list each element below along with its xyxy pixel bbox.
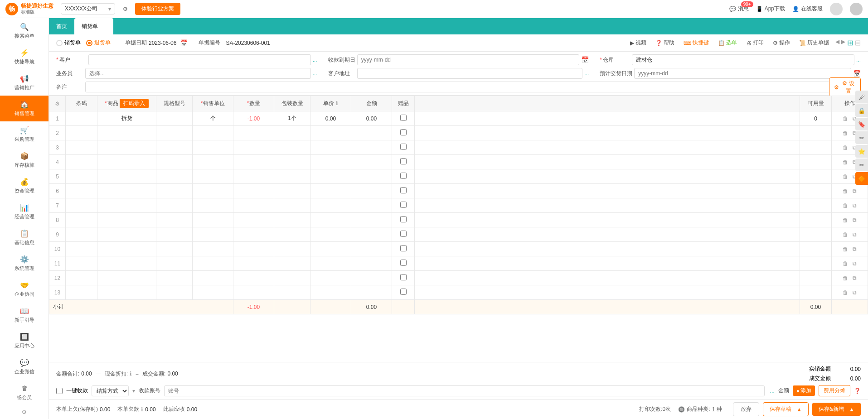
row-unit-1[interactable] xyxy=(193,126,233,140)
grid-view-icon[interactable]: ⊞ xyxy=(847,39,853,47)
right-float-btn-0[interactable]: 🖊 xyxy=(855,91,868,103)
row-barcode-2[interactable] xyxy=(66,140,97,155)
delete-icon-11[interactable]: 🗑 xyxy=(843,275,848,281)
save-draft-arrow[interactable]: ▲ xyxy=(793,406,802,413)
row-product-8[interactable] xyxy=(97,227,156,242)
trial-button[interactable]: 体验行业方案 xyxy=(135,3,180,15)
row-spec-9[interactable] xyxy=(156,242,193,256)
row-amount-1[interactable] xyxy=(351,126,392,140)
message-button[interactable]: 💬 消息 99+ xyxy=(729,5,749,13)
row-product-10[interactable] xyxy=(97,256,156,271)
delete-icon-10[interactable]: 🗑 xyxy=(843,260,848,267)
row-pack-qty-6[interactable] xyxy=(274,198,310,213)
gift-checkbox-6[interactable] xyxy=(400,202,407,208)
row-gift-12[interactable] xyxy=(392,285,415,300)
copy-icon-6[interactable]: ⧉ xyxy=(853,202,857,209)
gift-checkbox-9[interactable] xyxy=(400,245,407,251)
row-product-0[interactable]: 拆货 xyxy=(97,111,156,126)
row-qty-11[interactable] xyxy=(233,271,274,285)
company-selector[interactable]: XXXXXX公司 ▾ xyxy=(61,3,115,14)
row-pack-qty-9[interactable] xyxy=(274,242,310,256)
row-qty-0[interactable]: -1.00 xyxy=(233,111,274,126)
row-qty-8[interactable] xyxy=(233,227,274,242)
product-kind[interactable]: 🔘 商品种类: 1 种 xyxy=(678,405,722,413)
toolbar-help[interactable]: ❓ 帮助 xyxy=(653,38,677,48)
toolbar-shortcut[interactable]: ⌨ 快捷键 xyxy=(681,38,712,48)
radio-return[interactable]: 退货单 xyxy=(86,39,111,47)
delete-icon-0[interactable]: 🗑 xyxy=(843,116,848,122)
barcode-input-4[interactable] xyxy=(69,173,93,180)
radio-sales[interactable]: 销货单 xyxy=(56,39,81,47)
row-unit-price-5[interactable] xyxy=(310,184,351,198)
right-float-btn-5[interactable]: ✏ xyxy=(855,159,868,171)
gift-checkbox-10[interactable] xyxy=(400,260,407,266)
row-unit-9[interactable] xyxy=(193,242,233,256)
tab-home[interactable]: 首页 xyxy=(49,18,74,34)
row-barcode-12[interactable] xyxy=(66,285,97,300)
gift-checkbox-1[interactable] xyxy=(400,129,407,135)
sidebar-item-quick-nav[interactable]: ⚡ 快捷导航 xyxy=(0,44,48,70)
customer-dots[interactable]: ... xyxy=(313,57,317,63)
row-qty-10[interactable] xyxy=(233,256,274,271)
row-amount-11[interactable] xyxy=(351,271,392,285)
sidebar-item-member[interactable]: ♛ 畅会员 xyxy=(0,380,48,405)
sidebar-item-marketing[interactable]: 📢 营销推广 xyxy=(0,70,48,96)
close-tab-icon[interactable]: ✕ xyxy=(102,23,106,29)
delete-icon-5[interactable]: 🗑 xyxy=(843,188,848,194)
delete-icon-7[interactable]: 🗑 xyxy=(843,217,848,223)
delete-icon-2[interactable]: 🗑 xyxy=(843,144,848,151)
copy-icon-9[interactable]: ⧉ xyxy=(853,246,857,252)
sidebar-item-finance[interactable]: 💰 资金管理 xyxy=(0,173,48,199)
row-qty-3[interactable] xyxy=(233,155,274,169)
row-qty-7[interactable] xyxy=(233,213,274,227)
remarks-input[interactable] xyxy=(85,82,861,92)
row-unit-8[interactable] xyxy=(193,227,233,242)
barcode-input-12[interactable] xyxy=(69,289,93,296)
row-spec-5[interactable] xyxy=(156,184,193,198)
tab-sales-order[interactable]: 销货单 ✕ xyxy=(74,18,113,34)
copy-icon-11[interactable]: ⧉ xyxy=(853,275,857,281)
list-detail-view-icon[interactable]: ⊟ xyxy=(855,39,861,47)
row-gift-10[interactable] xyxy=(392,256,415,271)
row-pack-qty-1[interactable] xyxy=(274,126,310,140)
warehouse-dots[interactable]: ... xyxy=(856,57,861,63)
gift-checkbox-4[interactable] xyxy=(400,173,407,179)
row-amount-9[interactable] xyxy=(351,242,392,256)
row-spec-2[interactable] xyxy=(156,140,193,155)
row-amount-5[interactable] xyxy=(351,184,392,198)
row-product-4[interactable] xyxy=(97,169,156,184)
sidebar-item-inventory[interactable]: 📦 库存核算 xyxy=(0,147,48,173)
row-unit-11[interactable] xyxy=(193,271,233,285)
gift-checkbox-5[interactable] xyxy=(400,187,407,193)
customer-input[interactable] xyxy=(88,54,311,65)
barcode-input-5[interactable] xyxy=(69,188,93,194)
delete-icon-9[interactable]: 🗑 xyxy=(843,246,848,252)
delete-icon-4[interactable]: 🗑 xyxy=(843,173,848,180)
row-unit-2[interactable] xyxy=(193,140,233,155)
row-unit-4[interactable] xyxy=(193,169,233,184)
unit-price-info-icon[interactable]: ℹ xyxy=(336,100,338,106)
delete-icon-1[interactable]: 🗑 xyxy=(843,130,848,136)
copy-icon-8[interactable]: ⧉ xyxy=(853,231,857,238)
row-gift-11[interactable] xyxy=(392,271,415,285)
debt-info-icon[interactable]: ℹ xyxy=(141,406,143,413)
row-pack-qty-12[interactable] xyxy=(274,285,310,300)
row-product-5[interactable] xyxy=(97,184,156,198)
gift-checkbox-0[interactable] xyxy=(400,115,407,121)
row-qty-12[interactable] xyxy=(233,285,274,300)
barcode-input-1[interactable] xyxy=(69,130,93,136)
sidebar-item-system[interactable]: ⚙️ 系统管理 xyxy=(0,250,48,276)
row-spec-12[interactable] xyxy=(156,285,193,300)
row-gift-7[interactable] xyxy=(392,213,415,227)
save-new-arrow[interactable]: ▲ xyxy=(846,406,854,413)
scan-button[interactable]: 扫码录入 xyxy=(120,99,149,108)
row-pack-qty-11[interactable] xyxy=(274,271,310,285)
add-button[interactable]: ● 添加 xyxy=(793,385,815,396)
row-qty-5[interactable] xyxy=(233,184,274,198)
row-qty-1[interactable] xyxy=(233,126,274,140)
avatar[interactable] xyxy=(830,3,843,15)
row-gift-5[interactable] xyxy=(392,184,415,198)
barcode-input-11[interactable] xyxy=(69,275,93,281)
expected-delivery-input[interactable] xyxy=(634,68,851,79)
row-pack-qty-2[interactable] xyxy=(274,140,310,155)
